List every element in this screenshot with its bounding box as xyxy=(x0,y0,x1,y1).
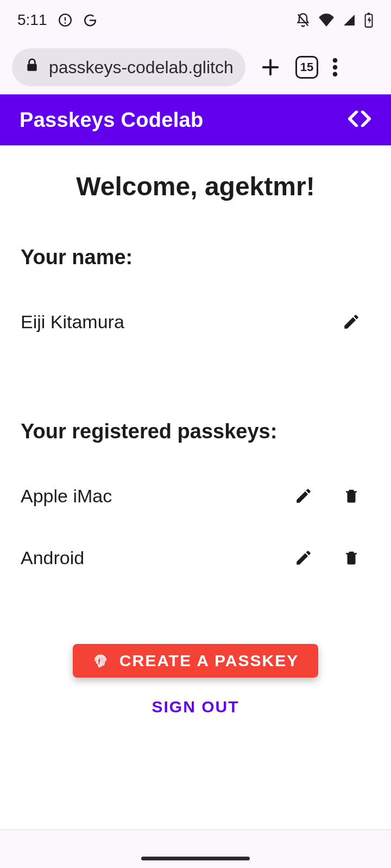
svg-rect-4 xyxy=(365,15,373,27)
name-value: Eiji Kitamura xyxy=(21,311,332,333)
svg-point-9 xyxy=(333,58,338,63)
tabs-count: 15 xyxy=(300,60,313,74)
passkeys-label: Your registered passkeys: xyxy=(21,420,370,443)
wifi-icon xyxy=(318,14,335,27)
passkey-name: Android xyxy=(21,547,285,569)
create-passkey-label: CREATE A PASSKEY xyxy=(119,652,299,670)
svg-point-11 xyxy=(333,72,338,77)
svg-rect-5 xyxy=(368,13,370,15)
divider xyxy=(0,829,391,830)
url-text: passkeys-codelab.glitch.me/h xyxy=(49,58,232,78)
status-time: 5:11 xyxy=(17,11,47,29)
code-icon[interactable] xyxy=(348,111,371,129)
passkey-name: Apple iMac xyxy=(21,486,285,507)
sign-out-label: SIGN OUT xyxy=(152,698,239,716)
name-row: Eiji Kitamura xyxy=(21,303,370,341)
your-name-label: Your name: xyxy=(21,246,370,269)
google-g-icon xyxy=(83,13,97,27)
battery-charging-icon xyxy=(364,12,374,28)
svg-point-2 xyxy=(64,22,66,24)
svg-rect-6 xyxy=(27,64,36,71)
svg-point-10 xyxy=(333,65,338,70)
edit-passkey-button[interactable] xyxy=(285,477,323,515)
cellular-icon xyxy=(342,14,356,27)
create-passkey-button[interactable]: CREATE A PASSKEY xyxy=(73,644,318,678)
page-content: Welcome, agektmr! Your name: Eiji Kitamu… xyxy=(0,145,391,829)
delete-passkey-button[interactable] xyxy=(332,477,370,515)
passkey-row: Apple iMac xyxy=(21,477,370,515)
sign-out-button[interactable]: SIGN OUT xyxy=(148,697,242,717)
app-title: Passkeys Codelab xyxy=(20,108,204,132)
overflow-menu-button[interactable] xyxy=(332,58,338,76)
android-status-bar: 5:11 xyxy=(0,0,391,40)
chrome-toolbar: passkeys-codelab.glitch.me/h 15 xyxy=(0,40,391,94)
alert-circle-icon xyxy=(58,13,72,27)
lock-icon xyxy=(25,57,39,78)
edit-name-button[interactable] xyxy=(332,303,370,341)
welcome-heading: Welcome, agektmr! xyxy=(21,145,370,239)
passkey-row: Android xyxy=(21,539,370,577)
delete-passkey-button[interactable] xyxy=(332,539,370,577)
edit-passkey-button[interactable] xyxy=(285,539,323,577)
dnd-off-icon xyxy=(295,12,311,28)
app-header: Passkeys Codelab xyxy=(0,94,391,145)
tabs-button[interactable]: 15 xyxy=(295,56,318,79)
new-tab-button[interactable] xyxy=(260,56,281,78)
url-bar[interactable]: passkeys-codelab.glitch.me/h xyxy=(12,48,245,86)
fingerprint-icon xyxy=(92,651,109,671)
gesture-handle[interactable] xyxy=(141,857,250,860)
